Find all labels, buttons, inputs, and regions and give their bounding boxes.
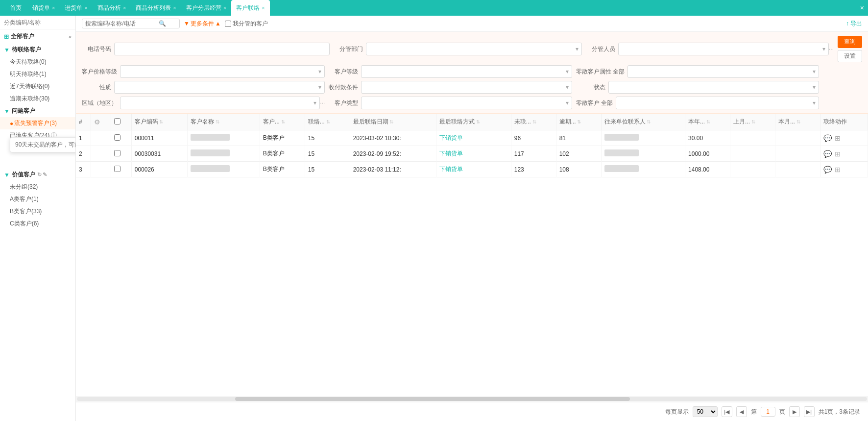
col-last-month[interactable]: 上月...	[730, 114, 775, 130]
retail-attr-select[interactable]: ▾	[627, 65, 819, 78]
customer-contact-tab-close[interactable]: ×	[262, 5, 265, 11]
section-problem-customers[interactable]: ▼ 问题客户	[0, 105, 75, 117]
col-contact-count[interactable]: 联络...	[305, 114, 350, 130]
region-select[interactable]: ▾	[120, 97, 320, 109]
more-action-icon[interactable]: ⊞	[835, 166, 841, 173]
all-customers-header[interactable]: ⊞ 全部客户 «	[0, 29, 75, 44]
sidebar-item-tomorrow-contact[interactable]: 明天待联络(1)	[0, 68, 75, 80]
last-page-btn[interactable]: ▶|	[804, 406, 815, 417]
collapse-icon[interactable]: «	[69, 34, 72, 40]
purchase-tab-close[interactable]: ×	[84, 5, 87, 11]
cell-idx: 2	[76, 146, 91, 162]
product-analysis-list-tab-label: 商品分析列表	[136, 4, 171, 12]
tab-customer-contact[interactable]: 客户联络 ×	[231, 0, 269, 16]
col-this-month[interactable]: 本月...	[775, 114, 820, 130]
query-button[interactable]: 查询	[838, 36, 862, 48]
settings-button[interactable]: 设置	[838, 50, 862, 62]
close-all-btn[interactable]: ×	[860, 4, 864, 12]
tab-customer-tier[interactable]: 客户分层经营 ×	[181, 0, 231, 16]
col-customer-type[interactable]: 客户...	[260, 114, 305, 130]
section-pending-contact[interactable]: ▼ 待联络客户	[0, 44, 75, 56]
my-customers-check[interactable]	[225, 21, 231, 27]
more-action-icon[interactable]: ⊞	[835, 134, 841, 142]
all-customers-label: 全部客户	[11, 32, 34, 41]
person-select[interactable]: ▾	[618, 43, 829, 55]
check-all[interactable]	[114, 118, 121, 124]
contact-icon[interactable]: 💬	[823, 150, 832, 158]
tab-home[interactable]: 首页	[4, 0, 27, 16]
refresh-icon[interactable]: ↻	[37, 172, 42, 178]
sidebar-item-today-contact[interactable]: 今天待联络(0)	[0, 56, 75, 68]
contact-method-link[interactable]: 下销货单	[439, 150, 463, 157]
tab-purchase[interactable]: 进货单 ×	[60, 0, 92, 16]
export-button[interactable]: ↑ 导出	[846, 20, 862, 28]
sidebar-item-overdue-contact[interactable]: 逾期未联络(30)	[0, 93, 75, 105]
person-arrow: ▾	[822, 46, 825, 52]
person-more[interactable]: ···	[829, 46, 834, 52]
row-checkbox[interactable]	[114, 166, 121, 172]
contact-method-link[interactable]: 下销货单	[439, 166, 463, 173]
contact-icon[interactable]: 💬	[823, 134, 832, 142]
horizontal-scrollbar[interactable]	[76, 396, 868, 402]
table-header-row: # ⚙ 客户编码 客户名称 客户... 联络... 最后联络日期	[76, 114, 868, 130]
export-icon: ↑	[846, 20, 849, 27]
col-uncontacted[interactable]: 未联...	[511, 114, 556, 130]
sidebar-item-class-c[interactable]: C类客户(6)	[0, 218, 75, 230]
sidebar-item-class-b[interactable]: B类客户(33)	[0, 205, 75, 218]
product-analysis-tab-close[interactable]: ×	[123, 5, 126, 11]
tab-product-analysis[interactable]: 商品分析 ×	[93, 0, 131, 16]
cell-unit-contact	[601, 162, 685, 177]
retail-customer-arrow: ▾	[813, 99, 816, 106]
contact-method-link[interactable]: 下销货单	[439, 134, 463, 141]
customer-type-select[interactable]: ▾	[361, 97, 572, 109]
payment-select[interactable]: ▾	[361, 81, 572, 94]
dept-select[interactable]: ▾	[366, 43, 581, 55]
col-overdue[interactable]: 逾期...	[556, 114, 601, 130]
prev-page-btn[interactable]: ◀	[736, 406, 747, 417]
more-action-icon[interactable]: ⊞	[835, 150, 841, 158]
ungrouped-label: 未分组(32)	[10, 183, 38, 191]
product-analysis-list-tab-close[interactable]: ×	[173, 5, 176, 11]
edit-icon[interactable]: ✎	[43, 172, 47, 178]
my-customers-checkbox[interactable]: 我分管的客户	[225, 20, 268, 28]
more-conditions-btn[interactable]: ▼ 更多条件 ▲	[184, 20, 221, 28]
sidebar-item-ungrouped[interactable]: 未分组(32)	[0, 181, 75, 193]
page-input[interactable]	[761, 407, 775, 417]
col-last-contact-method[interactable]: 最后联络方式	[436, 114, 511, 130]
filter-status: 状态 ▾	[576, 81, 819, 94]
retail-customer-select[interactable]: ▾	[616, 97, 819, 109]
sidebar-item-7days-contact[interactable]: 近7天待联络(0)	[0, 80, 75, 93]
cell-contact-count: 15	[305, 130, 350, 146]
price-tier-select[interactable]: ▾	[120, 65, 325, 78]
tab-product-analysis-list[interactable]: 商品分析列表 ×	[131, 0, 181, 16]
per-page-select[interactable]: 50 100 200	[693, 406, 718, 417]
col-customer-name[interactable]: 客户名称	[187, 114, 260, 130]
col-last-contact-date[interactable]: 最后联络日期	[350, 114, 436, 130]
next-page-btn[interactable]: ▶	[789, 406, 800, 417]
nature-select[interactable]: ▾	[114, 81, 325, 94]
customer-tier-tab-close[interactable]: ×	[223, 5, 226, 11]
sales-tab-close[interactable]: ×	[52, 5, 55, 11]
contact-icon[interactable]: 💬	[823, 166, 832, 173]
settings-col-icon[interactable]: ⚙	[94, 118, 100, 126]
customer-tier-select[interactable]: ▾	[361, 65, 572, 78]
cell-code: 000026	[131, 162, 187, 177]
status-select[interactable]: ▾	[608, 81, 819, 94]
row-checkbox[interactable]	[114, 150, 121, 156]
first-page-btn[interactable]: |◀	[722, 406, 732, 417]
section-value-customers[interactable]: ▼ 价值客户 ↻ ✎	[0, 169, 75, 181]
row-checkbox[interactable]	[114, 134, 121, 141]
sidebar-item-class-a[interactable]: A类客户(1)	[0, 193, 75, 205]
col-unit-contact[interactable]: 往来单位联系人	[601, 114, 685, 130]
cell-this-year: 1000.00	[685, 146, 730, 162]
region-more[interactable]: ···	[320, 99, 325, 106]
toolbar-search-input[interactable]	[85, 20, 159, 27]
col-customer-code[interactable]: 客户编码	[131, 114, 187, 130]
tab-sales[interactable]: 销货单 ×	[27, 0, 60, 16]
sidebar-item-churn-warning[interactable]: ● 流失预警客户(3)	[0, 117, 75, 129]
sidebar-search-input[interactable]	[4, 19, 76, 26]
filter-region: 区域（地区） ▾ ···	[82, 97, 325, 109]
col-this-year[interactable]: 本年...	[685, 114, 730, 130]
toolbar-search-icon[interactable]: 🔍	[159, 20, 166, 27]
phone-input[interactable]	[114, 43, 330, 55]
